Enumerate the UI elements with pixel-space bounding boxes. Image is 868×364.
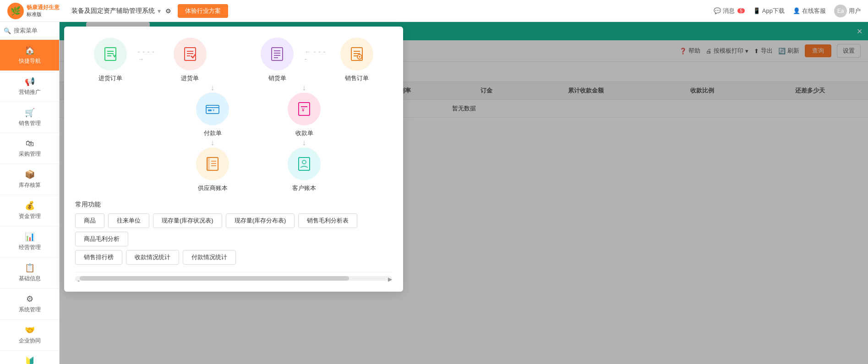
- online-service-button[interactable]: 👤 在线客服: [793, 7, 826, 15]
- svg-text:¥: ¥: [301, 108, 305, 113]
- modal-dialog: 进货订单 - - - - →: [64, 27, 403, 292]
- sidebar-label-purchase: 采购管理: [19, 150, 41, 158]
- settings-icon[interactable]: ⚙: [165, 7, 171, 15]
- customer-ledger-label: 客户账本: [292, 184, 316, 192]
- sidebar-label-finance: 资金管理: [19, 212, 41, 220]
- message-label: 消息: [723, 7, 735, 15]
- func-btn-partner[interactable]: 往来单位: [108, 213, 149, 228]
- scrollbar-track[interactable]: [75, 276, 392, 281]
- user-area[interactable]: Ea 用户: [834, 5, 861, 17]
- top-bar-right: 💬 消息 5 📱 App下载 👤 在线客服 Ea 用户: [714, 5, 861, 17]
- func-btn-sales-margin[interactable]: 销售毛利分析表: [298, 213, 357, 228]
- arrow-down-receipt: ↓: [277, 137, 332, 147]
- arrow-so-to-sb: ← - - - -: [304, 48, 331, 63]
- svg-rect-8: [272, 48, 283, 60]
- sidebar-item-quick-nav[interactable]: 🏠 快捷导航: [0, 40, 59, 71]
- svg-rect-22: [208, 109, 212, 111]
- flow-node-sales-bill: 销货单: [251, 38, 304, 82]
- purchase-bill-label: 进货单: [181, 74, 199, 82]
- system-dropdown-icon[interactable]: ▾: [158, 7, 161, 15]
- sidebar-item-basic-info[interactable]: 📋 基础信息: [0, 257, 59, 288]
- receipt-circle: ¥: [288, 92, 321, 125]
- message-icon: 💬: [714, 7, 721, 14]
- arrow-down-sb: ↓: [277, 82, 332, 92]
- sidebar-item-purchase[interactable]: 🛍 采购管理: [0, 133, 59, 164]
- sidebar-search[interactable]: 🔍 搜索菜单: [0, 22, 59, 40]
- online-service-label: 在线客服: [802, 7, 826, 15]
- func-btn-product-margin[interactable]: 商品毛利分析: [75, 232, 128, 246]
- app-download-button[interactable]: 📱 App下载: [753, 7, 785, 15]
- customer-ledger-circle: [288, 147, 321, 180]
- new-guide-icon: 🔰: [25, 356, 35, 364]
- flow-arrows-row4: ↓ ↓: [75, 137, 392, 147]
- func-btn-stock-status[interactable]: 现存量(库存状况表): [153, 213, 222, 228]
- sidebar-item-system[interactable]: ⚙ 系统管理: [0, 288, 59, 320]
- sidebar-label-system: 系统管理: [19, 306, 41, 314]
- basic-info-icon: 📋: [25, 263, 35, 273]
- supplier-ledger-circle: [196, 147, 229, 180]
- message-button[interactable]: 💬 消息 5: [714, 7, 745, 15]
- purchase-bill-circle: [174, 38, 207, 71]
- scroll-right-arrow[interactable]: ▶: [388, 276, 392, 283]
- sales-order-label: 销售订单: [345, 74, 369, 82]
- flow-node-receipt: ¥ 收款单: [277, 92, 332, 137]
- user-label: 用户: [849, 7, 861, 15]
- sidebar-label-enterprise: 企业协同: [19, 337, 41, 345]
- payment-icon: ¥: [204, 101, 221, 117]
- purchase-order-label: 进货订单: [98, 74, 122, 82]
- sidebar: 🔍 搜索菜单 🏠 快捷导航 📢 营销推广 🛒 销售管理 🛍 采购管理 📦: [0, 22, 60, 364]
- func-btn-payment-stats[interactable]: 付款情况统计: [183, 250, 236, 265]
- purchase-bill-icon: [182, 46, 198, 62]
- scrollbar-thumb[interactable]: [80, 276, 349, 281]
- logo-area: 🌿 畅康通好生意 标准版: [7, 3, 67, 19]
- func-btn-product[interactable]: 商品: [75, 213, 104, 228]
- flow-row-1: 进货订单 - - - - →: [75, 38, 392, 82]
- quick-nav-icon: 🏠: [25, 45, 35, 55]
- flow-arrows-row2: ↓ ↓: [75, 82, 392, 92]
- inventory-icon: 📦: [25, 169, 35, 179]
- download-icon: 📱: [753, 7, 760, 14]
- sidebar-item-finance[interactable]: 💰 资金管理: [0, 195, 59, 226]
- sidebar-item-new-guide[interactable]: 🔰 新手引导: [0, 351, 59, 364]
- func-btn-stock-dist[interactable]: 现存量(库存分布表): [226, 213, 295, 228]
- arrow-po-to-pb: - - - - →: [137, 48, 164, 63]
- purchase-order-icon: [102, 46, 119, 62]
- receipt-label: 收款单: [295, 129, 313, 137]
- modal-overlay: 进货订单 - - - - →: [60, 22, 868, 364]
- func-btn-sales-ranking[interactable]: 销售排行榜: [75, 250, 122, 265]
- sidebar-label-marketing: 营销推广: [19, 88, 41, 96]
- common-buttons-grid-2: 销售排行榜 收款情况统计 付款情况统计: [75, 250, 392, 265]
- sales-bill-icon: [269, 46, 285, 62]
- func-btn-receipt-stats[interactable]: 收款情况统计: [126, 250, 179, 265]
- marketing-icon: 📢: [25, 76, 35, 87]
- sidebar-item-sales[interactable]: 🛒 销售管理: [0, 102, 59, 133]
- flow-node-customer-ledger: 客户账本: [277, 147, 332, 192]
- sidebar-label-sales: 销售管理: [19, 120, 41, 127]
- flow-node-supplier-ledger: 供应商账本: [185, 147, 240, 192]
- message-badge: 5: [737, 8, 745, 13]
- top-bar: 🌿 畅康通好生意 标准版 装备及固定资产辅助管理系统 ▾ ⚙ 体验行业方案 💬 …: [0, 0, 868, 22]
- common-buttons-grid: 商品 往来单位 现存量(库存状况表) 现存量(库存分布表) 销售毛利分析表 商品…: [75, 213, 392, 246]
- sidebar-item-operations[interactable]: 📊 经营管理: [0, 226, 59, 257]
- trial-button[interactable]: 体验行业方案: [178, 4, 228, 18]
- flow-node-sales-order: 销售订单: [330, 38, 383, 82]
- sidebar-item-enterprise[interactable]: 🤝 企业协同: [0, 320, 59, 351]
- service-icon: 👤: [793, 7, 800, 14]
- logo-line1: 畅康通好生意: [27, 4, 60, 11]
- enterprise-icon: 🤝: [25, 325, 35, 335]
- app-container: 🌿 畅康通好生意 标准版 装备及固定资产辅助管理系统 ▾ ⚙ 体验行业方案 💬 …: [0, 0, 868, 364]
- customer-ledger-icon: [296, 156, 312, 172]
- payment-circle: ¥: [196, 92, 229, 125]
- svg-rect-28: [207, 158, 210, 170]
- flow-node-payment: ¥ 付款单: [185, 92, 240, 137]
- system-title-text: 装备及固定资产辅助管理系统: [71, 7, 155, 15]
- sidebar-item-marketing[interactable]: 📢 营销推广: [0, 71, 59, 102]
- common-functions-title: 常用功能: [75, 201, 392, 209]
- sidebar-label-basic-info: 基础信息: [19, 275, 41, 283]
- sales-bill-label: 销货单: [268, 74, 286, 82]
- sidebar-item-inventory[interactable]: 📦 库存核算: [0, 164, 59, 195]
- scrollbar-container: ◀ ▶: [75, 276, 392, 281]
- flow-row-5: 供应商账本 客户账本: [75, 147, 392, 192]
- arrow-down-payment: ↓: [185, 137, 240, 147]
- system-title-area: 装备及固定资产辅助管理系统 ▾ ⚙: [71, 7, 171, 15]
